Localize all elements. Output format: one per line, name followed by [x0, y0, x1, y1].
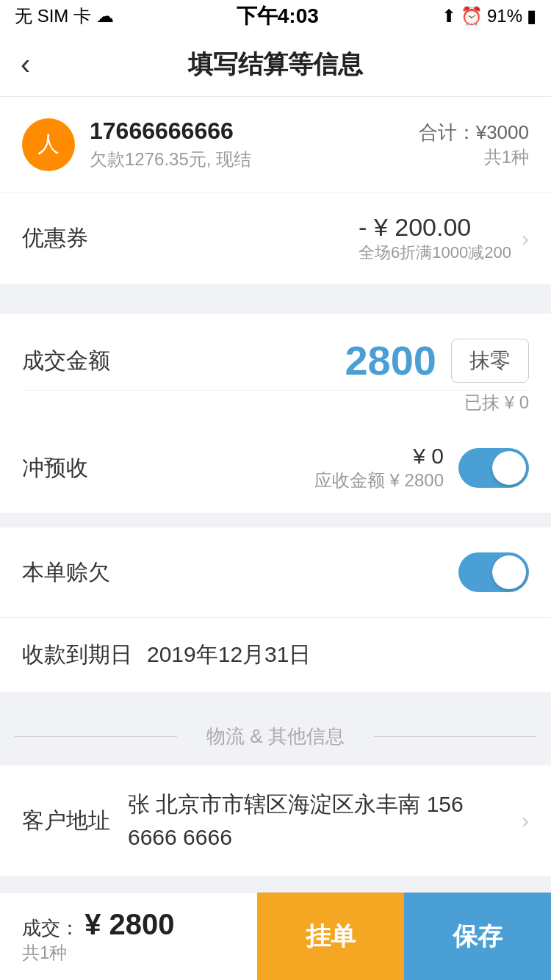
- divider-line-right: [374, 736, 536, 737]
- coupon-discount: - ¥ 200.00: [359, 213, 511, 242]
- prepay-amount: ¥ 0 应收金额 ¥ 2800: [314, 444, 444, 492]
- content: 人 17666666666 欠款1276.35元, 现结 合计：¥3000 共1…: [0, 97, 551, 980]
- logistics-label: 物流 & 其他信息: [206, 724, 345, 749]
- transaction-label: 成交金额: [22, 346, 110, 376]
- back-button[interactable]: ‹: [21, 48, 30, 81]
- transaction-amount: 2800: [345, 340, 436, 381]
- due-date-value: 2019年12月31日: [147, 640, 311, 670]
- transaction-sub: 已抹 ¥ 0: [22, 391, 529, 423]
- customer-right: 合计：¥3000 共1种: [419, 120, 529, 169]
- deal-count: 共1种: [22, 941, 235, 965]
- sim-text: 无 SIM 卡 ☁: [15, 4, 114, 28]
- customer-row: 人 17666666666 欠款1276.35元, 现结 合计：¥3000 共1…: [0, 97, 551, 192]
- save-button[interactable]: 保存: [404, 893, 551, 981]
- status-time: 下午4:03: [237, 2, 319, 30]
- pending-button[interactable]: 挂单: [257, 893, 404, 981]
- customer-card: 人 17666666666 欠款1276.35元, 现结 合计：¥3000 共1…: [0, 97, 551, 284]
- prepay-toggle[interactable]: [458, 448, 529, 488]
- status-bar: 无 SIM 卡 ☁ 下午4:03 ⬆ ⏰ 91% ▮: [0, 0, 551, 32]
- address-row[interactable]: 客户地址 张 北京市市辖区海淀区永丰南 156 6666 6666 ›: [0, 765, 551, 876]
- amount-row: 成交金额 2800 抹零: [22, 314, 529, 391]
- alarm-icon: ⏰: [461, 6, 483, 26]
- coupon-row[interactable]: 优惠券 - ¥ 200.00 全场6折满1000减200 ›: [0, 192, 551, 284]
- battery-icon: ▮: [527, 6, 536, 26]
- customer-phone: 17666666666: [90, 118, 251, 145]
- location-icon: ⬆: [442, 6, 456, 26]
- battery-text: 91%: [487, 6, 522, 26]
- transaction-section: 成交金额 2800 抹零 已抹 ¥ 0 冲预收 ¥ 0 应收金额 ¥ 2800: [0, 314, 551, 513]
- prepay-label: 冲预收: [22, 453, 88, 483]
- address-chevron-icon: ›: [522, 808, 529, 833]
- page-title: 填写结算等信息: [188, 48, 363, 82]
- bottom-bar: 成交： ¥ 2800 共1种 挂单 保存: [0, 892, 551, 980]
- debt-toggle[interactable]: [458, 552, 529, 592]
- logistics-divider: 物流 & 其他信息: [0, 707, 551, 765]
- deal-amount: ¥ 2800: [84, 908, 174, 940]
- due-label: 收款到期日: [22, 640, 132, 670]
- address-label: 客户地址: [22, 806, 110, 836]
- customer-info: 17666666666 欠款1276.35元, 现结: [90, 118, 251, 171]
- prepay-right: ¥ 0 应收金额 ¥ 2800: [314, 444, 529, 492]
- bottom-info: 成交： ¥ 2800 共1种: [0, 908, 257, 965]
- address-value: 张 北京市市辖区海淀区永丰南 156 6666 6666: [128, 788, 517, 854]
- chevron-icon: ›: [522, 226, 529, 251]
- status-right: ⬆ ⏰ 91% ▮: [442, 6, 536, 26]
- prepay-main: ¥ 0: [314, 444, 444, 469]
- amount-right: 2800 抹零: [345, 339, 529, 383]
- separator-3: [0, 692, 551, 707]
- debt-label: 本单赊欠: [22, 558, 110, 588]
- separator-1: [0, 299, 551, 314]
- coupon-right: - ¥ 200.00 全场6折满1000减200 ›: [359, 213, 529, 264]
- avatar: 人: [22, 118, 75, 171]
- divider-line-left: [15, 736, 177, 737]
- prepay-sub: 应收金额 ¥ 2800: [314, 469, 444, 492]
- deal-row: 成交： ¥ 2800: [22, 908, 235, 941]
- total-count: 共1种: [419, 145, 529, 169]
- due-date-row: 收款到期日 2019年12月31日: [0, 617, 551, 692]
- deal-label: 成交：: [22, 917, 79, 939]
- prepay-row: 冲预收 ¥ 0 应收金额 ¥ 2800: [22, 423, 529, 513]
- status-left: 无 SIM 卡 ☁: [15, 4, 114, 28]
- coupon-label: 优惠券: [22, 223, 88, 253]
- separator-2: [0, 513, 551, 527]
- round-button[interactable]: 抹零: [451, 339, 529, 383]
- debt-row: 本单赊欠: [0, 527, 551, 617]
- nav-bar: ‹ 填写结算等信息: [0, 32, 551, 97]
- coupon-desc: 全场6折满1000减200: [359, 242, 511, 264]
- total-label: 合计：¥3000: [419, 120, 529, 145]
- customer-sub: 欠款1276.35元, 现结: [90, 148, 251, 171]
- coupon-value: - ¥ 200.00 全场6折满1000减200: [359, 213, 511, 264]
- customer-left: 人 17666666666 欠款1276.35元, 现结: [22, 118, 251, 171]
